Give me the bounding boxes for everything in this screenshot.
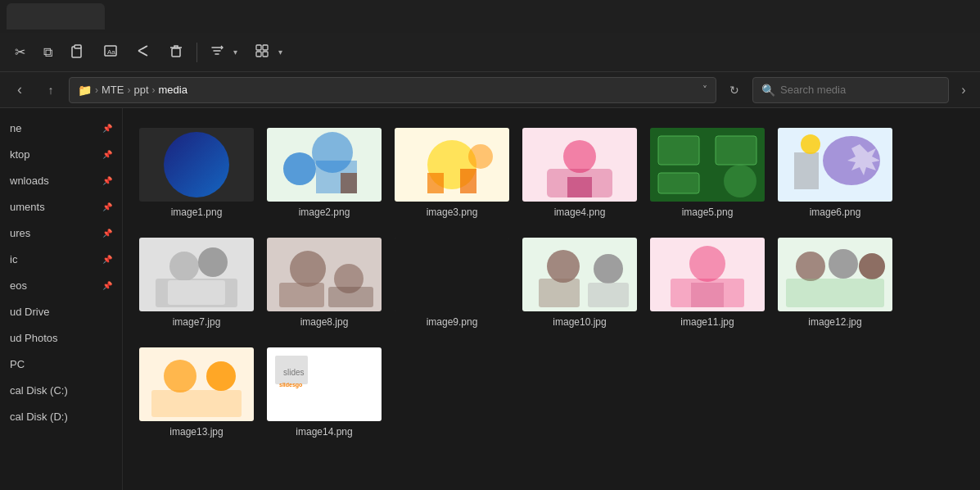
- file-name: image9.png: [427, 316, 478, 328]
- refresh-button[interactable]: ↻: [721, 77, 747, 103]
- svg-point-38: [290, 251, 326, 287]
- sidebar-item-label: wnloads: [10, 175, 49, 187]
- file-item[interactable]: image4.png: [519, 121, 640, 225]
- new-tab-button[interactable]: [108, 3, 134, 29]
- file-thumbnail: [650, 128, 765, 202]
- title-bar: [0, 0, 980, 33]
- file-name: image8.jpg: [300, 316, 349, 328]
- sidebar-item-videos[interactable]: eos 📌: [0, 272, 122, 298]
- svg-rect-26: [658, 173, 699, 193]
- svg-rect-45: [539, 279, 580, 307]
- close-button[interactable]: [936, 3, 973, 29]
- sidebar-item-label: ud Photos: [10, 332, 58, 344]
- sidebar-item-local-d[interactable]: cal Disk (D:): [0, 403, 122, 429]
- active-tab[interactable]: [7, 3, 105, 29]
- sidebar-item-local-c[interactable]: cal Disk (C:): [0, 377, 122, 403]
- search-input[interactable]: [780, 84, 940, 96]
- file-item[interactable]: image12.jpg: [775, 231, 896, 334]
- file-item[interactable]: image9.png: [391, 231, 513, 334]
- file-thumbnail: slides slidesgo: [267, 347, 382, 421]
- file-item[interactable]: image11.jpg: [647, 231, 768, 334]
- back-button[interactable]: ‹: [7, 77, 33, 103]
- file-item[interactable]: image3.png: [391, 121, 513, 225]
- share-icon: [136, 43, 151, 61]
- svg-rect-24: [658, 136, 699, 165]
- sidebar-item-cloud-photos[interactable]: ud Photos: [0, 324, 122, 351]
- file-thumbnail: [650, 238, 765, 311]
- file-name: image7.jpg: [173, 316, 221, 328]
- file-thumbnail: [395, 238, 509, 311]
- share-button[interactable]: [128, 38, 159, 67]
- svg-rect-6: [263, 45, 268, 50]
- file-item[interactable]: image10.jpg: [519, 231, 640, 334]
- breadcrumb-item-mte[interactable]: MTE: [102, 84, 124, 96]
- file-item[interactable]: image8.jpg: [264, 231, 385, 334]
- file-name: image13.jpg: [169, 426, 223, 438]
- search-bar[interactable]: 🔍: [752, 77, 949, 103]
- search-button[interactable]: ›: [954, 77, 973, 103]
- sidebar-item-label: cal Disk (C:): [10, 384, 68, 397]
- svg-text:Aa: Aa: [107, 48, 115, 56]
- sidebar-item-home[interactable]: ne 📌: [0, 115, 122, 141]
- svg-rect-13: [341, 173, 357, 193]
- breadcrumb[interactable]: 📁 › MTE › ppt › media ˅: [69, 77, 716, 103]
- refresh-icon: ↻: [729, 84, 739, 97]
- svg-point-49: [689, 246, 725, 282]
- breadcrumb-dropdown-icon[interactable]: ˅: [702, 84, 707, 96]
- more-button[interactable]: [292, 38, 309, 67]
- up-button[interactable]: ↑: [38, 77, 64, 103]
- file-name: image6.png: [810, 206, 861, 218]
- file-name: image4.png: [554, 206, 606, 218]
- sidebar-item-desktop[interactable]: ktop 📌: [0, 141, 122, 167]
- back-icon: ‹: [17, 81, 22, 98]
- sidebar-item-pictures[interactable]: ures 📌: [0, 220, 122, 246]
- maximize-button[interactable]: [898, 3, 936, 29]
- sort-button[interactable]: ▾: [202, 38, 246, 67]
- sidebar-item-music[interactable]: ic 📌: [0, 246, 122, 272]
- svg-point-20: [563, 140, 596, 173]
- tab-close-button[interactable]: [23, 10, 36, 23]
- svg-point-44: [547, 250, 580, 283]
- file-item[interactable]: image13.jpg: [136, 341, 257, 444]
- svg-rect-25: [716, 136, 756, 165]
- pin-icon: 📌: [102, 255, 112, 264]
- svg-point-55: [859, 253, 885, 279]
- file-item[interactable]: slides slidesgo image14.png: [264, 341, 385, 444]
- sidebar-item-label: uments: [10, 201, 45, 213]
- sidebar-item-documents[interactable]: uments 📌: [0, 193, 122, 220]
- file-thumbnail: [267, 128, 382, 202]
- window-controls: [860, 3, 973, 29]
- breadcrumb-sep-1: ›: [95, 84, 98, 96]
- view-chevron-icon: ▾: [278, 48, 282, 57]
- file-item[interactable]: image6.png: [775, 121, 896, 225]
- sidebar-item-cloud-drive[interactable]: ud Drive: [0, 298, 122, 324]
- paste-button[interactable]: [62, 38, 93, 67]
- copy-button[interactable]: ⧉: [35, 38, 61, 67]
- file-item[interactable]: image5.png: [647, 121, 768, 225]
- svg-rect-51: [691, 283, 724, 307]
- file-name: image12.jpg: [808, 316, 861, 328]
- sidebar-item-downloads[interactable]: wnloads 📌: [0, 167, 122, 193]
- sidebar-item-this-pc[interactable]: PC: [0, 351, 122, 377]
- cut-button[interactable]: ✂: [7, 38, 34, 67]
- svg-point-59: [206, 361, 236, 391]
- cut-icon: ✂: [15, 44, 25, 60]
- view-button[interactable]: ▾: [247, 38, 291, 67]
- rename-icon: Aa: [103, 43, 118, 61]
- svg-rect-5: [256, 45, 261, 50]
- svg-rect-60: [151, 390, 242, 417]
- svg-text:slides: slides: [283, 368, 305, 377]
- rename-button[interactable]: Aa: [95, 38, 126, 67]
- breadcrumb-current: media: [159, 84, 187, 96]
- file-item[interactable]: image1.png: [136, 121, 257, 225]
- breadcrumb-item-ppt[interactable]: ppt: [133, 84, 148, 96]
- toolbar: ✂ ⧉ Aa: [0, 33, 980, 72]
- delete-icon: [169, 43, 183, 61]
- file-item[interactable]: image7.jpg: [136, 231, 257, 334]
- svg-point-54: [829, 249, 858, 279]
- file-item[interactable]: image2.png: [264, 121, 385, 225]
- sidebar-item-label: ud Drive: [10, 306, 49, 318]
- file-name: image10.jpg: [553, 316, 606, 328]
- delete-button[interactable]: [160, 38, 192, 67]
- minimize-button[interactable]: [860, 3, 898, 29]
